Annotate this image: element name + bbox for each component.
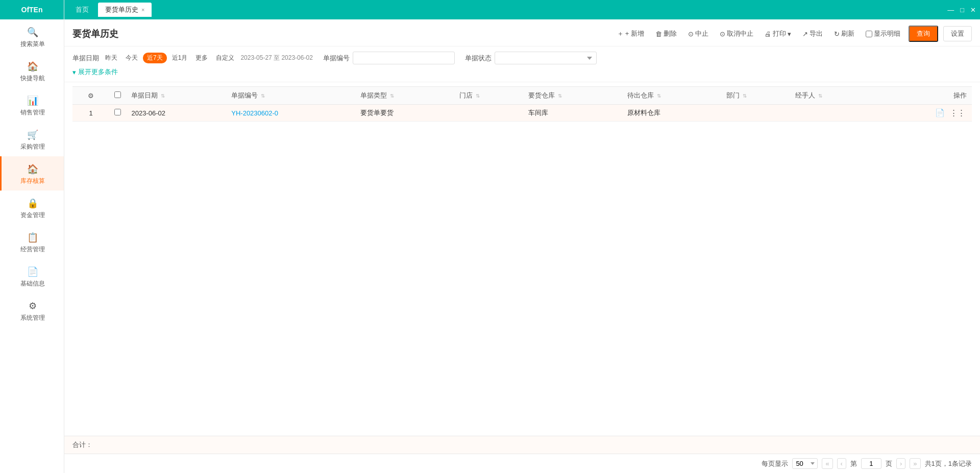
sidebar-item-label: 库存核算 [20, 177, 45, 185]
last-page-btn[interactable]: » [910, 458, 920, 469]
row-view-btn[interactable]: 📄 [934, 107, 946, 118]
summary-label: 合计： [72, 440, 92, 450]
refresh-icon: ↻ [834, 30, 840, 38]
page-header: 要货单历史 ＋ + 新增 🗑 删除 ⊙ 中止 ⊙ 取消中止 [64, 19, 980, 46]
date-shortcut-more[interactable]: 更多 [192, 53, 211, 63]
sidebar-item-quick-nav[interactable]: 🏠 快捷导航 [0, 54, 64, 88]
show-detail-input[interactable] [866, 31, 872, 37]
prev-page-btn[interactable]: ‹ [837, 458, 846, 469]
date-shortcut-yesterday[interactable]: 昨天 [102, 53, 120, 63]
col-req-warehouse[interactable]: 要货仓库 ⇅ [523, 87, 622, 105]
sidebar: OfTEn 🔍 搜索菜单 🏠 快捷导航 📊 销售管理 🛒 采购管理 🏠 库存核算… [0, 0, 64, 473]
new-button[interactable]: ＋ + 新增 [614, 27, 647, 40]
status-select[interactable] [495, 52, 597, 64]
stop-button[interactable]: ⊙ 中止 [685, 27, 712, 40]
sidebar-item-ops-mgmt[interactable]: 📋 经营管理 [0, 225, 64, 259]
delete-button[interactable]: 🗑 删除 [652, 27, 680, 40]
select-all-checkbox[interactable] [114, 91, 121, 98]
plus-icon: ＋ [617, 29, 624, 38]
per-page-label: 每页显示 [762, 459, 788, 468]
window-close-btn[interactable]: ✕ [970, 6, 976, 14]
table-container: ⚙ 单据日期 ⇅ 单据编号 ⇅ [64, 82, 980, 436]
chevron-down-icon: ▾ [72, 68, 76, 76]
inventory-icon: 🏠 [27, 163, 38, 175]
col-doc-date[interactable]: 单据日期 ⇅ [126, 87, 226, 105]
table-settings-icon[interactable]: ⚙ [88, 92, 94, 100]
page-number-input[interactable] [861, 458, 881, 469]
date-shortcut-custom[interactable]: 自定义 [213, 53, 237, 63]
sort-icon: ⇅ [161, 93, 165, 99]
table-header-row: ⚙ 单据日期 ⇅ 单据编号 ⇅ [72, 87, 972, 105]
header-actions: ＋ + 新增 🗑 删除 ⊙ 中止 ⊙ 取消中止 🖨 打印 [614, 26, 972, 42]
window-minimize-btn[interactable]: — [947, 6, 954, 14]
sidebar-item-finance-mgmt[interactable]: 🔒 资金管理 [0, 191, 64, 225]
cell-pending-warehouse: 原材料仓库 [622, 105, 721, 122]
tab-requisition-label: 要货单历史 [105, 5, 138, 14]
export-button[interactable]: ↗ 导出 [799, 27, 826, 40]
sidebar-item-search-menu[interactable]: 🔍 搜索菜单 [0, 19, 64, 54]
page-prefix: 第 [850, 459, 857, 468]
ops-icon: 📋 [27, 232, 38, 243]
sort-icon: ⇅ [390, 93, 394, 99]
doc-no-filter-group: 单据编号 [323, 52, 455, 64]
cancel-stop-button[interactable]: ⊙ 取消中止 [717, 27, 756, 40]
doc-no-input[interactable] [353, 52, 455, 64]
refresh-button[interactable]: ↻ 刷新 [831, 27, 857, 40]
cell-doc-no: YH-20230602-0 [226, 105, 355, 122]
tab-bar-right: — □ ✕ [947, 6, 976, 14]
main-area: 首页 要货单历史 × — □ ✕ 要货单历史 ＋ + 新增 🗑 删除 [64, 0, 980, 473]
purchase-icon: 🛒 [27, 129, 38, 140]
window-maximize-btn[interactable]: □ [960, 6, 964, 14]
sidebar-item-sales-mgmt[interactable]: 📊 销售管理 [0, 88, 64, 122]
date-filter-group: 单据日期 昨天 今天 近7天 近1月 更多 自定义 2023-05-27 至 2… [72, 53, 313, 63]
col-operations: 操作 [874, 87, 972, 105]
settings-button[interactable]: 设置 [943, 26, 972, 41]
doc-no-link[interactable]: YH-20230602-0 [231, 109, 278, 117]
col-department[interactable]: 部门 ⇅ [721, 87, 790, 105]
cancel-stop-icon: ⊙ [720, 30, 725, 38]
col-settings[interactable]: ⚙ [72, 87, 109, 105]
col-doc-type[interactable]: 单据类型 ⇅ [355, 87, 454, 105]
sort-icon: ⇅ [657, 93, 661, 99]
row-more-btn[interactable]: ⋮⋮ [948, 107, 967, 118]
query-button[interactable]: 查询 [909, 26, 938, 42]
col-select-all[interactable] [109, 87, 126, 105]
show-detail-checkbox[interactable]: 显示明细 [863, 27, 903, 40]
tab-requisition-history[interactable]: 要货单历史 × [98, 3, 152, 17]
expand-more-btn[interactable]: ▾ 展开更多条件 [72, 67, 972, 77]
row-checkbox-cell[interactable] [109, 105, 126, 122]
col-store[interactable]: 门店 ⇅ [454, 87, 523, 105]
tab-home[interactable]: 首页 [68, 3, 96, 17]
cell-store [454, 105, 523, 122]
tab-close-icon[interactable]: × [141, 7, 144, 13]
sidebar-item-label: 系统管理 [20, 314, 45, 322]
finance-icon: 🔒 [27, 198, 38, 209]
cell-doc-type: 要货单要货 [355, 105, 454, 122]
search-menu-icon: 🔍 [27, 27, 38, 38]
sidebar-item-system-mgmt[interactable]: ⚙ 系统管理 [0, 293, 64, 327]
sidebar-logo: OfTEn [0, 0, 64, 19]
cell-req-warehouse: 车间库 [523, 105, 622, 122]
sidebar-item-label: 搜索菜单 [20, 40, 45, 49]
row-checkbox[interactable] [114, 109, 121, 115]
next-page-btn[interactable]: › [896, 458, 905, 469]
per-page-select[interactable]: 50 10 20 100 [792, 458, 818, 469]
col-doc-no[interactable]: 单据编号 ⇅ [226, 87, 355, 105]
sidebar-item-inventory[interactable]: 🏠 库存核算 [0, 156, 64, 191]
sort-icon: ⇅ [476, 93, 480, 99]
sidebar-item-label: 快捷导航 [20, 74, 45, 83]
sidebar-item-basic-info[interactable]: 📄 基础信息 [0, 259, 64, 293]
sidebar-item-label: 采购管理 [20, 143, 45, 151]
row-num: 1 [72, 105, 109, 122]
date-shortcut-7days[interactable]: 近7天 [143, 53, 167, 63]
requisition-table: ⚙ 单据日期 ⇅ 单据编号 ⇅ [72, 86, 972, 122]
col-pending-warehouse[interactable]: 待出仓库 ⇅ [622, 87, 721, 105]
first-page-btn[interactable]: « [822, 458, 832, 469]
date-shortcut-1month[interactable]: 近1月 [169, 53, 191, 63]
sidebar-item-purchase-mgmt[interactable]: 🛒 采购管理 [0, 122, 64, 156]
sort-icon: ⇅ [558, 93, 562, 99]
print-button[interactable]: 🖨 打印 ▾ [762, 27, 794, 40]
date-shortcut-today[interactable]: 今天 [122, 53, 141, 63]
status-filter-group: 单据状态 [465, 52, 597, 64]
col-handler[interactable]: 经手人 ⇅ [790, 87, 874, 105]
